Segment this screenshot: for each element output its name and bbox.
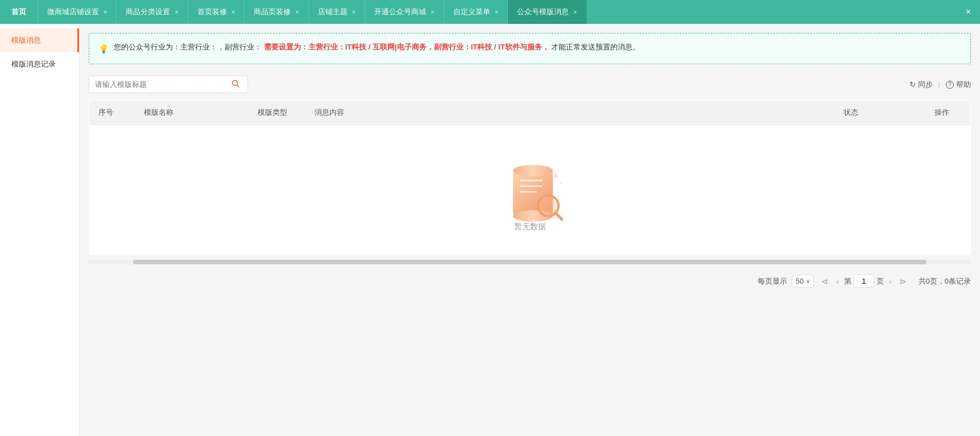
next-page-button[interactable]: › [886, 276, 895, 287]
sidebar-item-template-record[interactable]: 模版消息记录 [0, 52, 79, 76]
svg-line-9 [555, 213, 562, 219]
data-table: 序号 模版名称 模版类型 消息内容 状态 操作 [89, 100, 971, 255]
prev-page-button[interactable]: ‹ [833, 276, 842, 287]
last-page-button[interactable]: ⊳ [897, 276, 909, 287]
search-button[interactable] [226, 76, 245, 93]
search-input[interactable] [89, 76, 226, 93]
bulb-icon: 💡 [98, 42, 109, 56]
scroll-thumb[interactable] [133, 260, 927, 264]
top-nav: 首页 微商城店铺设置 × 商品分类设置 × 首页装修 × 商品页装修 × 店铺主… [0, 0, 980, 24]
info-box-text: 您的公众号行业为：主营行业：，副营行业： 需要设置为：主营行业：IT科技 / 互… [114, 41, 640, 53]
close-mall-icon[interactable]: × [431, 9, 434, 15]
nav-tab-homepage[interactable]: 首页装修 × [188, 0, 245, 24]
toolbar-right: ↻ 同步 | ? 帮助 [909, 80, 971, 90]
close-menu-icon[interactable]: × [495, 9, 498, 15]
per-page-value: 50 [796, 277, 804, 285]
nav-tab-weshop-label: 微商城店铺设置 [47, 7, 99, 17]
horizontal-scrollbar[interactable] [89, 260, 971, 264]
page-input-wrap: 第 页 [844, 275, 884, 288]
empty-row: 暂无数据 [89, 125, 971, 255]
nav-tab-home-label: 首页 [11, 7, 26, 17]
svg-point-11 [560, 182, 563, 184]
svg-rect-6 [520, 185, 543, 187]
nav-tab-theme[interactable]: 店铺主题 × [309, 0, 365, 24]
close-homepage-icon[interactable]: × [231, 9, 235, 15]
nav-tab-home[interactable]: 首页 [0, 0, 38, 24]
close-category-icon[interactable]: × [175, 9, 178, 15]
page-label: 第 [844, 276, 851, 286]
svg-point-10 [554, 175, 557, 178]
nav-tab-template-label: 公众号模版消息 [517, 7, 569, 17]
close-all-button[interactable]: × [957, 7, 980, 17]
nav-tab-mall[interactable]: 开通公众号商城 × [365, 0, 444, 24]
search-bar: ↻ 同步 | ? 帮助 [89, 76, 971, 93]
col-header-status: 状态 [834, 101, 914, 125]
info-highlight: 需要设置为：主营行业：IT科技 / 互联网|电子商务，副营行业：IT科技 / I… [264, 43, 549, 51]
page-number-input[interactable] [854, 275, 874, 288]
search-input-wrap[interactable] [89, 76, 248, 93]
nav-tab-category[interactable]: 商品分类设置 × [117, 0, 188, 24]
close-theme-icon[interactable]: × [352, 9, 355, 15]
help-label: 帮助 [956, 80, 971, 90]
nav-tab-product[interactable]: 商品页装修 × [245, 0, 308, 24]
first-page-button[interactable]: ⊲ [818, 276, 831, 287]
nav-tab-homepage-label: 首页装修 [197, 7, 227, 17]
nav-tab-menu[interactable]: 自定义菜单 × [444, 0, 508, 24]
help-circle-icon: ? [946, 81, 954, 89]
nav-tab-weshop[interactable]: 微商城店铺设置 × [38, 0, 117, 24]
empty-illustration [502, 159, 559, 222]
close-template-icon[interactable]: × [573, 9, 577, 15]
sidebar-item-template-msg-label: 模版消息 [11, 36, 41, 44]
nav-tab-mall-label: 开通公众号商城 [374, 7, 426, 17]
svg-line-12 [554, 171, 557, 174]
info-box: 💡 您的公众号行业为：主营行业：，副营行业： 需要设置为：主营行业：IT科技 /… [89, 33, 971, 64]
info-suffix: 才能正常发送预置的消息。 [551, 43, 640, 51]
empty-cell: 暂无数据 [89, 125, 971, 255]
toolbar-divider: | [938, 80, 940, 89]
main-content: 💡 您的公众号行业为：主营行业：，副营行业： 需要设置为：主营行业：IT科技 /… [80, 24, 980, 436]
close-weshop-icon[interactable]: × [104, 9, 107, 15]
pagination: 每页显示 50 ∨ ⊲ ‹ 第 页 › ⊳ 共0页，0条记录 [89, 269, 971, 293]
nav-tab-product-label: 商品页装修 [254, 7, 291, 17]
close-product-icon[interactable]: × [295, 9, 299, 15]
per-page-label: 每页显示 [758, 276, 787, 286]
svg-point-3 [513, 165, 553, 176]
nav-tab-template[interactable]: 公众号模版消息 × [508, 0, 586, 24]
close-all-icon: × [966, 7, 971, 17]
nav-tab-menu-label: 自定义菜单 [453, 7, 490, 17]
sync-button[interactable]: ↻ 同步 [909, 80, 933, 90]
col-header-action: 操作 [914, 101, 971, 125]
col-header-type: 模版类型 [249, 101, 305, 125]
empty-state: 暂无数据 [89, 125, 970, 255]
svg-line-1 [237, 85, 239, 88]
col-header-content: 消息内容 [305, 101, 834, 125]
total-info: 共0页，0条记录 [919, 276, 971, 286]
page-nav: ⊲ ‹ 第 页 › ⊳ [818, 275, 909, 288]
info-prefix: 您的公众号行业为：主营行业：，副营行业： [114, 43, 262, 51]
sidebar-item-template-record-label: 模版消息记录 [11, 60, 56, 68]
page-unit: 页 [876, 276, 884, 286]
help-button[interactable]: ? 帮助 [946, 80, 971, 90]
page-layout: 模版消息 模版消息记录 💡 您的公众号行业为：主营行业：，副营行业： 需要设置为… [0, 24, 980, 436]
col-header-name: 模版名称 [135, 101, 249, 125]
sync-label: 同步 [918, 80, 933, 90]
nav-tab-category-label: 商品分类设置 [126, 7, 170, 17]
table-header-row: 序号 模版名称 模版类型 消息内容 状态 操作 [89, 101, 971, 125]
nav-tab-theme-label: 店铺主题 [318, 7, 348, 17]
sidebar: 模版消息 模版消息记录 [0, 24, 80, 436]
col-header-index: 序号 [89, 101, 135, 125]
sidebar-item-template-msg[interactable]: 模版消息 [0, 28, 79, 52]
sync-icon: ↻ [909, 80, 916, 89]
svg-rect-5 [520, 180, 543, 181]
per-page-select[interactable]: 50 ∨ [792, 275, 814, 288]
svg-rect-7 [520, 191, 537, 193]
chevron-down-icon: ∨ [806, 278, 810, 284]
